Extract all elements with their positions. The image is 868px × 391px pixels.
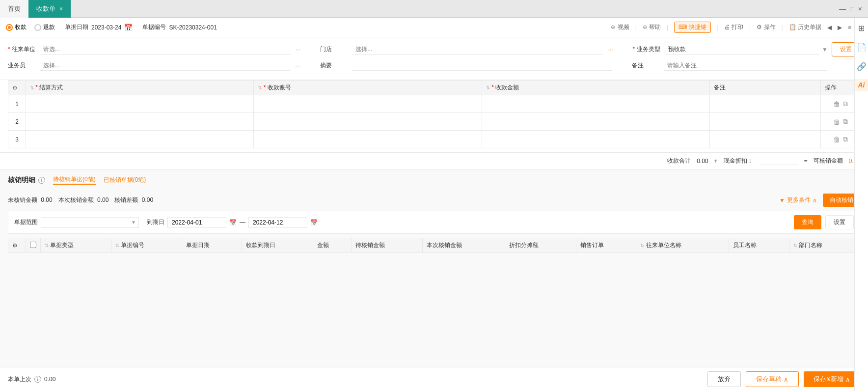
cell-remark-3[interactable] <box>710 131 821 148</box>
summary-label: 摘要 <box>320 61 350 70</box>
range-select-wrapper: ▼ <box>41 217 139 228</box>
table-gear-icon[interactable]: ⚙ <box>12 84 18 91</box>
tab-collection[interactable]: 收款单 × <box>28 0 71 18</box>
delete-row-1-icon[interactable]: 🗑 <box>833 100 840 108</box>
table-area: ⚙ ⇅ * 结算方式 ⇅ * 收款账号 ⇅ <box>0 80 868 152</box>
business-type-field: * 业务类型 ▼ <box>633 44 828 55</box>
store-input[interactable] <box>353 44 603 55</box>
query-button[interactable]: 查询 <box>794 215 821 229</box>
salesperson-label: 业务员 <box>8 61 37 70</box>
radio-collection-label: 收款 <box>15 23 27 31</box>
bottom-gear-icon[interactable]: ⚙ <box>12 242 18 249</box>
store-more-icon[interactable]: ··· <box>608 46 613 53</box>
delete-row-3-icon[interactable]: 🗑 <box>833 136 840 143</box>
cell-amount-2[interactable] <box>482 113 709 131</box>
tab-home[interactable]: 首页 <box>0 0 28 18</box>
col-settlement: ⇅ * 结算方式 <box>26 81 254 95</box>
print-action[interactable]: 🖨 打印 <box>724 23 743 31</box>
cell-settlement-1[interactable] <box>26 95 254 113</box>
discount-label: 现金折扣： <box>724 157 753 165</box>
row-num-2: 2 <box>8 113 26 131</box>
more-conditions-btn[interactable]: ▼ 更多条件 ∧ <box>779 196 817 204</box>
cell-remark-1[interactable] <box>710 95 821 113</box>
unchecked-stat: 未核销金额 0.00 <box>8 196 53 204</box>
remarks-input[interactable] <box>664 60 827 71</box>
reconcile-info-icon[interactable]: i <box>38 177 45 184</box>
cell-settlement-2[interactable] <box>26 113 254 131</box>
number-value: SK-20230324-001 <box>169 24 217 31</box>
copy-row-2-icon[interactable]: ⧉ <box>843 117 848 126</box>
col-discount: 折扣分摊额 <box>505 238 576 253</box>
date-range-field: 到期日 📅 — 📅 <box>147 217 318 228</box>
total-value: 0.00 <box>697 158 708 165</box>
calendar-icon[interactable]: 📅 <box>124 24 133 31</box>
select-all-checkbox[interactable] <box>30 242 36 248</box>
save-draft-button[interactable]: 保存草稿 ∧ <box>746 371 799 387</box>
salesperson-more-icon[interactable]: ··· <box>295 62 300 69</box>
right-sidebar: ⊞ 📄 🔗 Ai <box>854 18 868 391</box>
maximize-icon[interactable]: □ <box>850 5 854 13</box>
sidebar-link-icon[interactable]: 🔗 <box>855 60 868 73</box>
salesperson-input[interactable] <box>40 60 290 71</box>
list-view[interactable]: ≡ <box>848 24 851 31</box>
business-type-dropdown[interactable]: ▼ <box>822 46 828 53</box>
footer-info-icon[interactable]: ℹ <box>34 376 41 383</box>
filter-setting-button[interactable]: 设置 <box>825 215 854 229</box>
cell-amount-1[interactable] <box>482 95 709 113</box>
radio-collection[interactable]: 收款 <box>6 23 27 31</box>
ops-action[interactable]: ⚙ 操作 <box>757 23 775 31</box>
counterpart-input[interactable] <box>40 44 291 55</box>
form-row-1: * 往来单位 ··· 门店 ··· * 业务类型 <box>8 42 860 56</box>
col-current-amount: 本次核销金额 <box>422 238 505 253</box>
calendar-to-icon[interactable]: 📅 <box>310 219 318 226</box>
cell-settlement-3[interactable] <box>26 131 254 148</box>
date-from-input[interactable] <box>167 217 226 228</box>
minimize-icon[interactable]: — <box>839 5 846 13</box>
pending-tab[interactable]: 待核销单据(0笔) <box>53 175 96 185</box>
nav-prev[interactable]: ◀ <box>827 24 832 31</box>
col-account: ⇅ * 收款账号 <box>254 81 482 95</box>
date-to-input[interactable] <box>248 217 307 228</box>
summary-input[interactable] <box>353 60 613 71</box>
cell-remark-2[interactable] <box>710 113 821 131</box>
summary-field: 摘要 <box>320 60 613 71</box>
save-new-button[interactable]: 保存&新增 ∧ <box>804 371 860 387</box>
sidebar-table-icon[interactable]: ⊞ <box>855 22 868 35</box>
radio-refund[interactable]: 退款 <box>34 23 55 31</box>
counterpart-more-icon[interactable]: ··· <box>296 46 300 53</box>
cell-account-1[interactable] <box>254 95 482 113</box>
nav-next[interactable]: ▶ <box>838 24 842 31</box>
sidebar-doc-icon[interactable]: 📄 <box>855 41 868 54</box>
calendar-from-icon[interactable]: 📅 <box>229 219 237 226</box>
cell-account-2[interactable] <box>254 113 482 131</box>
done-tab[interactable]: 已核销单据(0笔) <box>104 176 146 184</box>
salesperson-field: 业务员 ··· <box>8 60 300 71</box>
tab-close-icon[interactable]: × <box>59 5 63 12</box>
history-action[interactable]: 📋 历史单据 <box>789 23 821 31</box>
help-action[interactable]: ⊙ 帮助 <box>643 23 661 31</box>
business-type-input[interactable] <box>665 44 819 55</box>
remarks-field: 备注 <box>632 60 827 71</box>
sep3: | <box>717 24 718 31</box>
tab-bar: 首页 收款单 × — □ × <box>0 0 868 18</box>
range-field: 单据范围 ▼ <box>14 217 139 228</box>
discount-input[interactable] <box>759 157 798 165</box>
cell-amount-3[interactable] <box>482 131 709 148</box>
footer-current-value: 0.00 <box>44 376 55 383</box>
col-doc-num: ⇅ 单据编号 <box>111 238 182 253</box>
copy-row-1-icon[interactable]: ⧉ <box>843 100 848 108</box>
copy-row-3-icon[interactable]: ⧉ <box>843 135 848 143</box>
filter-icon: ▼ <box>779 197 785 204</box>
filter-row: 单据范围 ▼ 到期日 📅 — 📅 <box>8 211 860 234</box>
delete-row-2-icon[interactable]: 🗑 <box>833 118 840 126</box>
window-close-icon[interactable]: × <box>858 5 862 13</box>
total-label: 收款合计 <box>667 157 691 165</box>
sidebar-ai-icon[interactable]: Ai <box>855 79 868 91</box>
shortcut-action[interactable]: ⌨ 快捷键 <box>674 22 710 33</box>
cell-account-3[interactable] <box>254 131 482 148</box>
plus-label: + <box>714 158 718 165</box>
abandon-button[interactable]: 放弃 <box>707 371 741 387</box>
range-select[interactable] <box>41 217 139 228</box>
stats-row: 未核销金额 0.00 本次核销金额 0.00 核销差额 0.00 ▼ 更多条件 … <box>8 194 860 207</box>
video-action[interactable]: ⊙ 视频 <box>611 23 629 31</box>
